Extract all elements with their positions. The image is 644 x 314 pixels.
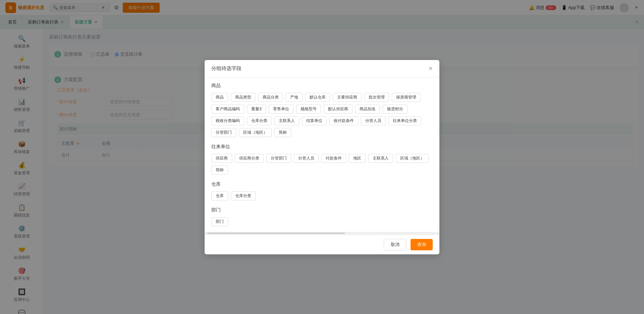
field-group-goods: 商品 商品 商品类型 商品分类 产地 默认仓库 主要供应商 批次管理 保质期管理… [211, 83, 433, 137]
field-tag[interactable]: 往来单位分类 [388, 116, 421, 125]
field-group-warehouse: 仓库 仓库 仓库分类 [211, 181, 433, 200]
field-tag[interactable]: 部门 [211, 217, 228, 226]
field-tag[interactable]: 主要供应商 [333, 93, 362, 102]
confirm-button[interactable]: 查询 [411, 239, 433, 250]
group-title-dept: 部门 [211, 207, 433, 213]
field-tag[interactable]: 仓库分类 [231, 191, 256, 200]
field-tag[interactable]: 地区 [349, 154, 366, 163]
group-title-warehouse: 仓库 [211, 181, 433, 187]
modal-footer: 取消 查询 [205, 235, 439, 254]
field-tag[interactable]: 仓库 [211, 191, 228, 200]
modal-title: 分组待选字段 [211, 65, 241, 72]
field-tag[interactable]: 分管部门 [211, 128, 236, 137]
group-title-goods: 商品 [211, 83, 433, 89]
field-tag[interactable]: 商品类型 [231, 93, 256, 102]
field-tag[interactable]: 默认仓库 [305, 93, 330, 102]
field-tag[interactable]: 分管人员 [294, 154, 319, 163]
field-tag[interactable]: 税收分类编码 [211, 116, 244, 125]
modal-horizontal-scrollbar[interactable] [205, 232, 439, 235]
field-tags-warehouse: 仓库 仓库分类 [211, 191, 433, 200]
field-tag[interactable]: 分管人员 [361, 116, 386, 125]
modal-body[interactable]: 商品 商品 商品类型 商品分类 产地 默认仓库 主要供应商 批次管理 保质期管理… [205, 77, 439, 232]
modal: 分组待选字段 ✕ 商品 商品 商品类型 商品分类 产地 默认仓库 主要供应商 批… [205, 60, 439, 254]
field-tag[interactable]: 供应商分类 [235, 154, 264, 163]
field-tag[interactable]: 分管部门 [266, 154, 291, 163]
field-tag[interactable]: 批次管理 [364, 93, 389, 102]
field-tags-dept: 部门 [211, 217, 433, 226]
field-tag[interactable]: 简称 [274, 128, 291, 137]
field-tag[interactable]: 产地 [286, 93, 303, 102]
field-tag[interactable]: 区域（地区） [396, 154, 429, 163]
field-tag[interactable]: 主联系人 [274, 116, 299, 125]
field-tag[interactable]: 保质期管理 [392, 93, 421, 102]
modal-overlay: 分组待选字段 ✕ 商品 商品 商品类型 商品分类 产地 默认仓库 主要供应商 批… [0, 0, 644, 314]
field-group-dept: 部门 部门 [211, 207, 433, 226]
field-tag[interactable]: 默认供应商 [324, 105, 353, 114]
field-tag[interactable]: 区域（地区） [239, 128, 272, 137]
group-title-partner: 往来单位 [211, 144, 433, 150]
field-tag[interactable]: 商品别名 [355, 105, 380, 114]
field-tag[interactable]: 零售单位 [269, 105, 293, 114]
field-tag[interactable]: 客户商品编码 [211, 105, 244, 114]
field-tag[interactable]: 收付款条件 [329, 116, 358, 125]
modal-close-icon[interactable]: ✕ [428, 65, 433, 72]
field-tag[interactable]: 主联系人 [368, 154, 393, 163]
field-tag[interactable]: 重量3 [247, 105, 266, 114]
field-tag[interactable]: 规格型号 [296, 105, 321, 114]
modal-header: 分组待选字段 ✕ [205, 60, 439, 77]
field-tag[interactable]: 炼货积分 [383, 105, 408, 114]
field-tag[interactable]: 仓库分类 [247, 116, 272, 125]
field-tag[interactable]: 商品 [211, 93, 228, 102]
field-tags-goods: 商品 商品类型 商品分类 产地 默认仓库 主要供应商 批次管理 保质期管理 客户… [211, 93, 433, 137]
field-tag[interactable]: 结算单位 [302, 116, 327, 125]
field-tag[interactable]: 供应商 [211, 154, 232, 163]
field-tags-partner: 供应商 供应商分类 分管部门 分管人员 付款条件 地区 主联系人 区域（地区） … [211, 154, 433, 175]
field-tag[interactable]: 简称 [211, 166, 228, 175]
field-tag[interactable]: 付款条件 [321, 154, 346, 163]
field-tag[interactable]: 商品分类 [258, 93, 283, 102]
cancel-button[interactable]: 取消 [384, 239, 407, 250]
field-group-partner: 往来单位 供应商 供应商分类 分管部门 分管人员 付款条件 地区 主联系人 区域… [211, 144, 433, 175]
